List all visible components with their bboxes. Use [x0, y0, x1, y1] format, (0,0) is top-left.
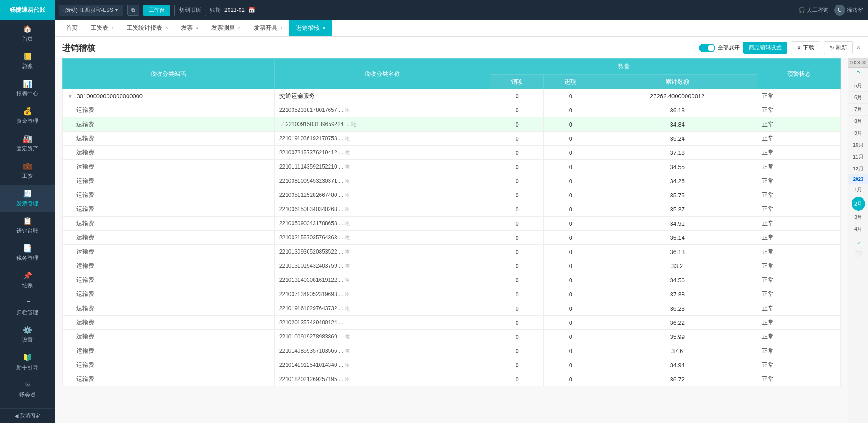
sidebar-item-funds[interactable]: 💰 资金管理 — [0, 102, 55, 130]
user-menu[interactable]: U 徐涛华 — [834, 5, 863, 16]
tax-code-long-cell: 2210182021269257195 ... 吨 — [274, 372, 490, 386]
tax-code-short-cell: 运输费 — [63, 301, 275, 316]
company-selector[interactable]: (勿动) 江西服宝-LSS ▾ — [59, 5, 123, 16]
download-button[interactable]: ⬇ 下载 — [791, 41, 820, 54]
tax-name-cell: 交通运输服务 — [274, 89, 490, 103]
cumulative-cell: 36.72 — [597, 372, 757, 386]
sidebar-item-label: 资金管理 — [16, 117, 38, 125]
table-row[interactable]: 运输费 2210191036192170753 ... 吨 0 0 35.24 … — [63, 132, 841, 146]
tab-home[interactable]: 首页 — [59, 20, 84, 36]
cal-month-5[interactable]: 5月 — [848, 80, 868, 92]
tab-close-payroll-stats[interactable]: × — [165, 25, 168, 31]
close-button[interactable]: × — [857, 44, 861, 52]
table-row[interactable]: 运输费 📄2210091503139659224 ... 吨 0 0 34.84… — [63, 117, 841, 132]
sidebar-item-home[interactable]: 🏠 首页 — [0, 20, 55, 48]
col-purchase: 进项 — [544, 75, 597, 89]
support-label[interactable]: 🎧 人工咨询 — [799, 6, 829, 14]
sidebar-item-reports[interactable]: 📊 报表中心 — [0, 75, 55, 102]
tab-close-sales-check[interactable]: × — [322, 25, 325, 31]
table-row[interactable]: 运输费 2210131403081619122 ... 吨 0 0 34.56 … — [63, 273, 841, 287]
table-row[interactable]: 运输费 2210100919278983869 ... 吨 0 0 35.99 … — [63, 330, 841, 344]
purchase-cell: 0 — [544, 358, 597, 372]
cal-month-6[interactable]: 6月 — [848, 92, 868, 104]
sidebar-item-guide[interactable]: 🔰 新手引导 — [0, 349, 55, 376]
sidebar-item-fixed-assets[interactable]: 🏭 固定资产 — [0, 130, 55, 157]
unpin-button[interactable]: ◀ 取消固定 — [0, 408, 55, 423]
tab-payroll-stats[interactable]: 工资统计报表 × — [120, 20, 174, 36]
cal-month-7[interactable]: 7月 — [848, 104, 868, 116]
col-status: 预警状态 — [757, 59, 841, 89]
sidebar-item-general-ledger[interactable]: 📒 总账 — [0, 48, 55, 75]
calendar-icon[interactable]: 📅 — [248, 7, 255, 13]
workstation-button[interactable]: 工作台 — [143, 5, 170, 16]
cal-month-11[interactable]: 11月 — [848, 151, 868, 163]
cal-month-2[interactable]: 2月 — [852, 197, 865, 211]
table-row[interactable]: 运输费 2210182021269257195 ... 吨 0 0 36.72 … — [63, 372, 841, 386]
member-icon: ♾ — [24, 381, 31, 389]
table-row[interactable]: ▼ 30100000000000000000 交通运输服务 0 0 27262.… — [63, 89, 841, 103]
table-row[interactable]: 运输费 2210111143592152210 ... 吨 0 0 34.55 … — [63, 160, 841, 174]
cal-month-3[interactable]: 3月 — [848, 212, 868, 223]
product-settings-button[interactable]: 商品编码设置 — [743, 42, 787, 54]
headset-icon: 🎧 — [799, 7, 805, 13]
refresh-button[interactable]: ↻ 刷新 — [824, 41, 853, 54]
table-row[interactable]: 运输费 2210052338178017657 ... 吨 0 0 36.13 … — [63, 103, 841, 117]
cal-month-12[interactable]: 12月 — [848, 163, 868, 175]
table-row[interactable]: 运输费 2210072157376219412 ... 吨 0 0 37.18 … — [63, 146, 841, 160]
table-row[interactable]: 运输费 2210140859357103566 ... 吨 0 0 37.6 正… — [63, 344, 841, 358]
table-row[interactable]: 运输费 2210131019432403759 ... 吨 0 0 33.2 正… — [63, 259, 841, 273]
sidebar-item-purchase-sales[interactable]: 📋 进销台账 — [0, 212, 55, 239]
table-row[interactable]: 运输费 2210021557035764363 ... 吨 0 0 35.14 … — [63, 231, 841, 245]
sidebar-item-tax-mgmt[interactable]: 📑 税务管理 — [0, 239, 55, 267]
table-row[interactable]: 运输费 2210141912541014340 ... 吨 0 0 34.94 … — [63, 358, 841, 372]
sidebar-item-invoice-mgmt[interactable]: 🧾 发票管理 — [0, 185, 55, 212]
tab-invoice-open[interactable]: 发票开具 × — [247, 20, 289, 36]
cal-nav-down[interactable]: ⌄ — [848, 235, 868, 248]
sales-cell: 0 — [490, 358, 544, 372]
cal-nav-up[interactable]: ⌃ — [848, 68, 868, 80]
table-row[interactable]: 运输费 2210201357429400124 ... 0 0 36.22 正常 — [63, 316, 841, 330]
cal-month-10[interactable]: 10月 — [848, 139, 868, 151]
cal-month-8[interactable]: 8月 — [848, 116, 868, 127]
cal-month-4[interactable]: 4月 — [848, 223, 868, 235]
tab-close-invoice[interactable]: × — [196, 25, 198, 31]
table-row[interactable]: 运输费 2210191610297643732 ... 吨 0 0 36.23 … — [63, 301, 841, 316]
sales-cell: 0 — [490, 372, 544, 386]
sidebar-item-payroll[interactable]: 💼 工资 — [0, 157, 55, 185]
tax-code-short-cell: 运输费 — [63, 344, 275, 358]
copy-button[interactable]: ⧉ — [127, 5, 139, 16]
tab-invoice[interactable]: 发票 × — [175, 20, 205, 36]
sidebar-item-settlement[interactable]: 📌 结账 — [0, 267, 55, 294]
switch-version-button[interactable]: 切到旧版 — [174, 5, 206, 16]
tab-close-invoice-open[interactable]: × — [280, 25, 283, 31]
cal-month-9[interactable]: 9月 — [848, 127, 868, 139]
payroll-icon: 💼 — [23, 162, 32, 170]
cumulative-cell: 35.14 — [597, 231, 757, 245]
cal-month-1[interactable]: 1月 — [848, 184, 868, 196]
sidebar-item-member[interactable]: ♾ 畅会员 — [0, 376, 55, 403]
status-cell: 正常 — [757, 287, 841, 301]
tab-sales-check[interactable]: 进销稽核 × — [289, 20, 331, 36]
table-row[interactable]: 运输费 2210081009453230371 ... 吨 0 0 34.26 … — [63, 174, 841, 188]
table-row[interactable]: 运输费 2210130936520853522 ... 吨 0 0 36.13 … — [63, 245, 841, 259]
table-row[interactable]: 运输费 2210061508340340268 ... 吨 0 0 35.37 … — [63, 202, 841, 217]
status-cell: 正常 — [757, 301, 841, 316]
purchase-cell: 0 — [544, 146, 597, 160]
tab-label: 工资统计报表 — [127, 24, 162, 32]
tab-close-payroll[interactable]: × — [111, 25, 114, 31]
sidebar-item-archive[interactable]: 🗂 归档管理 — [0, 294, 55, 321]
purchase-cell: 0 — [544, 174, 597, 188]
table-row[interactable]: 运输费 2210051125282667480 ... 吨 0 0 35.75 … — [63, 188, 841, 202]
purchase-cell: 0 — [544, 202, 597, 217]
toggle-track[interactable] — [699, 44, 715, 52]
sidebar-item-settings[interactable]: ⚙️ 设置 — [0, 321, 55, 349]
tab-payroll[interactable]: 工资表 × — [84, 20, 120, 36]
tab-invoice-calc[interactable]: 发票测算 × — [205, 20, 247, 36]
expand-all-toggle[interactable]: 全部展开 — [699, 44, 740, 52]
table-row[interactable]: 运输费 2210071349052319693 ... 吨 0 0 37.38 … — [63, 287, 841, 301]
calendar-panel: 2023.02 ⌃ 5月 6月 7月 8月 9月 10月 11月 12月 202… — [848, 58, 868, 423]
purchase-cell: 0 — [544, 89, 597, 103]
tab-close-invoice-calc[interactable]: × — [238, 25, 240, 31]
cumulative-cell: 35.99 — [597, 330, 757, 344]
table-row[interactable]: 运输费 2210050903431708658 ... 吨 0 0 34.91 … — [63, 217, 841, 231]
